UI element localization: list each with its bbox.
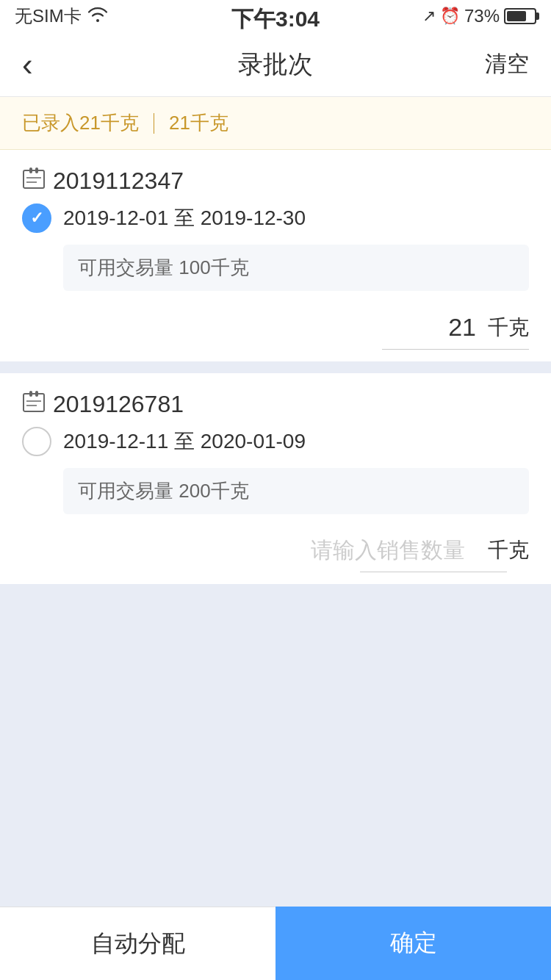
batch1-icon — [22, 167, 46, 195]
info-divider — [154, 113, 154, 134]
svg-rect-0 — [24, 170, 44, 188]
batch2-header: 2019126781 — [22, 391, 529, 418]
wifi-icon — [87, 6, 108, 26]
batch2-id: 2019126781 — [53, 391, 184, 418]
batch-item-2: 2019126781 2019-12-11 至 2020-01-09 可用交易量… — [0, 373, 551, 529]
status-time: 下午3:04 — [231, 4, 320, 35]
batch-separator — [0, 361, 551, 373]
carrier-label: 无SIM卡 — [15, 4, 82, 28]
batch1-header: 2019112347 — [22, 167, 529, 195]
recorded-label: 已录入21千克 — [22, 110, 139, 136]
svg-rect-6 — [29, 391, 32, 397]
back-button[interactable]: ‹ — [22, 46, 66, 83]
status-right: ↗ ⏰ 73% — [422, 6, 536, 26]
battery-icon — [504, 8, 536, 24]
status-left: 无SIM卡 — [15, 4, 108, 28]
nav-bar: ‹ 录批次 清空 — [0, 32, 551, 97]
quantity-value: 21 — [448, 313, 476, 342]
clear-button[interactable]: 清空 — [485, 49, 529, 79]
location-icon: ↗ — [422, 7, 436, 26]
batch1-date-row[interactable]: 2019-12-01 至 2019-12-30 — [22, 203, 529, 233]
svg-rect-5 — [24, 394, 44, 411]
recorded-value: 21千克 — [169, 110, 228, 136]
batch2-icon — [22, 391, 46, 418]
batch-item-1: 2019112347 2019-12-01 至 2019-12-30 可用交易量… — [0, 150, 551, 306]
input-unit: 千克 — [488, 536, 529, 564]
svg-rect-1 — [29, 167, 32, 173]
alarm-icon: ⏰ — [440, 7, 460, 26]
batch1-radio[interactable] — [22, 203, 51, 233]
batch2-date: 2019-12-11 至 2020-01-09 — [63, 428, 306, 455]
bottom-area — [0, 584, 551, 922]
batch2-radio[interactable] — [22, 427, 51, 456]
batch1-date: 2019-12-01 至 2019-12-30 — [63, 204, 306, 232]
auto-distribute-button[interactable]: 自动分配 — [0, 907, 276, 980]
bottom-buttons: 自动分配 确定 — [0, 907, 551, 980]
nav-title: 录批次 — [238, 48, 313, 82]
batch2-available: 可用交易量 200千克 — [63, 468, 529, 514]
batch2-date-row[interactable]: 2019-12-11 至 2020-01-09 — [22, 427, 529, 456]
battery-percent: 73% — [464, 6, 500, 26]
quantity-unit: 千克 — [488, 314, 529, 342]
input-container: 千克 — [0, 529, 551, 584]
batch1-id: 2019112347 — [53, 167, 184, 195]
status-bar: 无SIM卡 下午3:04 ↗ ⏰ 73% — [0, 0, 551, 32]
svg-rect-2 — [35, 167, 38, 173]
batch1-available: 可用交易量 100千克 — [63, 245, 529, 291]
confirm-button[interactable]: 确定 — [276, 907, 551, 980]
quantity-input[interactable] — [256, 538, 476, 563]
svg-rect-7 — [35, 391, 38, 397]
info-banner: 已录入21千克 21千克 — [0, 97, 551, 150]
quantity-container: 21 千克 — [0, 306, 551, 361]
